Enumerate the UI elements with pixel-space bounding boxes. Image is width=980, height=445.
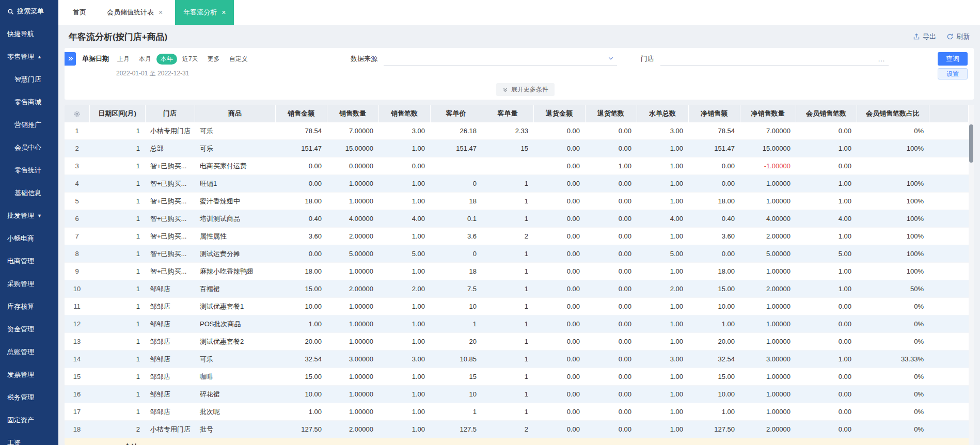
date-option[interactable]: 本年 bbox=[156, 54, 177, 65]
date-option[interactable]: 本月 bbox=[135, 54, 155, 65]
sidebar-item-3[interactable]: 零售管理▲ bbox=[0, 45, 58, 68]
sidebar-item-16[interactable]: 总账管理 bbox=[0, 341, 58, 363]
store-input[interactable]: … bbox=[660, 52, 889, 66]
sidebar-item-8[interactable]: 零售统计 bbox=[0, 159, 58, 182]
table-row[interactable]: 161邹邹店碎花裙10.001.000001.001010.000.001.00… bbox=[65, 386, 969, 403]
export-button[interactable]: 导出 bbox=[913, 32, 936, 41]
close-icon[interactable]: × bbox=[222, 9, 226, 16]
export-icon bbox=[913, 33, 920, 40]
column-header[interactable]: 退货金额 bbox=[533, 105, 585, 122]
date-option[interactable]: 自定义 bbox=[225, 54, 252, 65]
sidebar-item-13[interactable]: 采购管理 bbox=[0, 273, 58, 295]
column-header[interactable]: 净销售额 bbox=[688, 105, 740, 122]
sidebar-item-11[interactable]: 小畅电商 bbox=[0, 227, 58, 250]
table-cell: 0.00 bbox=[533, 315, 585, 333]
table-row[interactable]: 151邹邹店咖啡15.001.000001.001510.000.001.001… bbox=[65, 368, 969, 386]
column-header[interactable]: 净销售数量 bbox=[740, 105, 796, 122]
column-settings-button[interactable] bbox=[65, 105, 89, 122]
column-header[interactable]: 销售笔数 bbox=[378, 105, 430, 122]
vertical-scrollbar[interactable] bbox=[969, 105, 974, 445]
table-cell: 0.00 bbox=[585, 228, 637, 245]
column-header[interactable]: 水单总数 bbox=[637, 105, 688, 122]
table-row[interactable]: 141邹邹店可乐32.543.000003.0010.8510.000.003.… bbox=[65, 351, 969, 368]
table-row[interactable]: 41智+已购买...旺铺10.001.000001.00010.000.001.… bbox=[65, 175, 969, 193]
column-header[interactable]: 会员销售笔数 bbox=[796, 105, 857, 122]
settings-button[interactable]: 设置 bbox=[938, 68, 968, 80]
sidebar-item-4[interactable]: 智慧门店 bbox=[0, 68, 58, 91]
tab-2[interactable]: 会员储值统计表× bbox=[99, 0, 171, 25]
table-cell: 智+已购买... bbox=[145, 157, 195, 175]
tab-1[interactable]: 首页 bbox=[65, 0, 94, 25]
column-header[interactable]: 退货笔数 bbox=[585, 105, 637, 122]
date-range-value[interactable]: 2022-01-01 至 2022-12-31 bbox=[116, 69, 351, 78]
table-row[interactable]: 182小桔专用门店批号127.502.000001.00127.520.000.… bbox=[65, 421, 969, 438]
column-header[interactable]: 会员销售笔数占比 bbox=[857, 105, 929, 122]
table-cell: 1.00000 bbox=[327, 386, 378, 403]
table-row[interactable]: 91智+已购买...麻辣小吃香辣鸭翅18.001.000001.001810.0… bbox=[65, 263, 969, 280]
sidebar-item-5[interactable]: 零售商城 bbox=[0, 91, 58, 114]
table-row[interactable]: 121邹邹店POS批次商品1.001.000001.00110.000.001.… bbox=[65, 315, 969, 333]
column-header[interactable]: 日期区间(月) bbox=[89, 105, 145, 122]
query-button[interactable]: 查询 bbox=[938, 52, 968, 66]
date-option[interactable]: 更多 bbox=[203, 54, 224, 65]
sidebar-item-6[interactable]: 营销推广 bbox=[0, 114, 58, 136]
row-number: 18 bbox=[65, 421, 89, 438]
export-label: 导出 bbox=[923, 32, 936, 41]
filter-collapse-button[interactable] bbox=[65, 52, 76, 66]
tab-3[interactable]: 年客流分析× bbox=[175, 0, 234, 25]
table-row[interactable]: 51智+已购买...蜜汁香辣翅中18.001.000001.001810.000… bbox=[65, 193, 969, 210]
sidebar-item-15[interactable]: 资金管理 bbox=[0, 318, 58, 341]
column-header[interactable]: 客单量 bbox=[482, 105, 533, 122]
sidebar-item-19[interactable]: 固定资产 bbox=[0, 409, 58, 432]
column-header[interactable]: 客单价 bbox=[430, 105, 482, 122]
table-cell: 0.00 bbox=[533, 140, 585, 157]
column-header[interactable]: 门店 bbox=[145, 105, 195, 122]
sidebar-item-14[interactable]: 库存核算 bbox=[0, 295, 58, 318]
sidebar-item-1[interactable]: 搜索菜单 bbox=[0, 0, 58, 23]
data-source-select[interactable] bbox=[384, 52, 617, 66]
table-row[interactable]: 61智+已购买...培训测试商品0.404.000004.000.110.000… bbox=[65, 210, 969, 228]
scrollbar-thumb[interactable] bbox=[969, 124, 973, 163]
table-cell: 1.00000 bbox=[327, 315, 378, 333]
table-cell: 邹邹店 bbox=[145, 368, 195, 386]
sidebar-item-7[interactable]: 会员中心 bbox=[0, 136, 58, 159]
filter-buttons: 查询 设置 bbox=[938, 52, 968, 80]
sidebar-item-2[interactable]: 快捷导航 bbox=[0, 23, 58, 45]
date-option[interactable]: 上月 bbox=[113, 54, 134, 65]
sidebar-item-17[interactable]: 发票管理 bbox=[0, 363, 58, 386]
table-row[interactable]: 71智+已购买...属性属性3.602.000001.003.620.000.0… bbox=[65, 228, 969, 245]
table-row[interactable]: 111邹邹店测试优惠套餐110.001.000001.001010.000.00… bbox=[65, 298, 969, 315]
table-cell: 1.00 bbox=[637, 175, 688, 193]
table-cell: 咖啡 bbox=[195, 368, 275, 386]
column-header[interactable]: 商品 bbox=[195, 105, 275, 122]
table-cell: 127.50 bbox=[688, 421, 740, 438]
table-row[interactable]: 21总部可乐151.4715.000001.00151.47150.000.00… bbox=[65, 140, 969, 157]
sidebar-item-20[interactable]: 工资 bbox=[0, 432, 58, 445]
column-header[interactable]: 销售金额 bbox=[275, 105, 327, 122]
table-cell: 1.00 bbox=[637, 298, 688, 315]
table-cell: 18.00 bbox=[688, 263, 740, 280]
expand-more-button[interactable]: 展开更多条件 bbox=[496, 83, 555, 96]
table-cell-filler bbox=[929, 421, 969, 438]
date-option[interactable]: 近7天 bbox=[178, 54, 202, 65]
table-cell: 1.00000 bbox=[327, 175, 378, 193]
table-row[interactable]: 131邹邹店测试优惠套餐220.001.000001.002010.000.00… bbox=[65, 333, 969, 351]
table-cell: 1 bbox=[482, 298, 533, 315]
sidebar-item-12[interactable]: 电商管理 bbox=[0, 250, 58, 273]
row-number: 7 bbox=[65, 228, 89, 245]
table-cell: 批次呢 bbox=[195, 403, 275, 421]
sidebar-item-9[interactable]: 基础信息 bbox=[0, 182, 58, 204]
table-cell: 1.00 bbox=[378, 175, 430, 193]
table-row[interactable]: 81智+已购买...测试运费分摊0.005.000005.00010.000.0… bbox=[65, 245, 969, 263]
ellipsis-icon[interactable]: … bbox=[878, 55, 886, 63]
sidebar-item-18[interactable]: 税务管理 bbox=[0, 386, 58, 409]
table-row[interactable]: 31智+已购买...电商买家付运费0.000.000000.000.001.00… bbox=[65, 157, 969, 175]
table-row[interactable]: 171邹邹店批次呢1.001.000001.00110.000.001.001.… bbox=[65, 403, 969, 421]
refresh-button[interactable]: 刷新 bbox=[946, 32, 970, 41]
table-cell: 0.00 bbox=[796, 403, 857, 421]
sidebar-item-10[interactable]: 批发管理▼ bbox=[0, 204, 58, 227]
close-icon[interactable]: × bbox=[159, 9, 163, 16]
table-row[interactable]: 101邹邹店百褶裙15.002.000002.007.510.000.002.0… bbox=[65, 280, 969, 298]
table-row[interactable]: 11小桔专用门店可乐78.547.000003.0026.182.330.000… bbox=[65, 122, 969, 140]
column-header[interactable]: 销售数量 bbox=[327, 105, 378, 122]
